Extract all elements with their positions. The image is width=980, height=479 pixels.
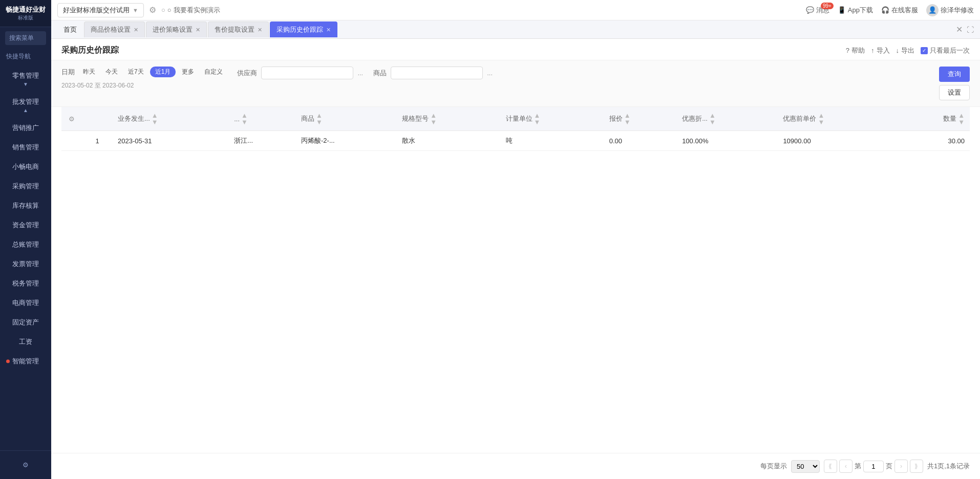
settings-button[interactable]: 设置 [939,85,970,100]
tabbar-close-button[interactable]: ✕ [956,25,963,34]
sidebar-item-retail[interactable]: 零售管理 ▼ [0,66,51,92]
sidebar-item-sales-label: 销售管理 [12,143,39,152]
sidebar-item-fixed-assets[interactable]: 固定资产 [0,313,51,332]
tab-purchase-strategy[interactable]: 进价策略设置 ✕ [146,21,207,37]
sidebar-item-sales[interactable]: 销售管理 [0,138,51,157]
th-unit[interactable]: 计量单位 ▲▼ [501,107,604,131]
th-quantity[interactable]: 数量 ▲▼ [897,107,970,131]
prev-page-btn[interactable]: ‹ [839,460,853,473]
supplier-input[interactable] [261,67,353,79]
filter-last1month-btn[interactable]: 近1月 [150,67,176,77]
th-date-sort[interactable]: 业务发生... ▲▼ [118,112,224,125]
username: 徐泽华修改 [941,6,974,15]
sort-icon: ▲▼ [152,112,158,125]
sidebar-bottom: ⚙ [0,450,51,479]
pagination: 每页显示 50 100 200 ⟪ ‹ 第 页 › ⟫ 共1页,1条记录 [51,453,980,479]
filter-custom-btn[interactable]: 自定义 [200,67,227,77]
online-service-label: 在线客服 [891,6,918,15]
sidebar-item-finance[interactable]: 资金管理 [0,215,51,235]
th-product[interactable]: 商品 ▲▼ [296,107,397,131]
messages-button[interactable]: 💬 消息 99+ [806,6,829,15]
cell-index: 1 [82,131,113,151]
user-profile[interactable]: 👤 徐泽华修改 [926,4,974,16]
app-download-button[interactable]: 📱 App下载 [838,6,873,15]
th-index [82,107,113,131]
first-page-btn[interactable]: ⟪ [824,460,837,473]
column-settings-icon[interactable]: ⚙ [69,115,75,123]
search-menu-button[interactable]: 搜索菜单 [5,31,46,45]
th-more1-sort[interactable]: ... ▲▼ [234,112,291,125]
filter-supplier-label: 供应商 [237,69,257,78]
sidebar-item-payroll[interactable]: 工资 [0,332,51,352]
import-label: 导入 [877,46,890,55]
th-discount[interactable]: 优惠折... ▲▼ [677,107,778,131]
th-date[interactable]: 业务发生... ▲▼ [113,107,229,131]
export-button[interactable]: ↓ 导出 [896,46,915,55]
sidebar-item-general-ledger-label: 总账管理 [12,240,39,249]
sidebar-settings-button[interactable]: ⚙ [0,456,51,474]
cell-quantity: 30.00 [897,131,970,151]
th-product-sort[interactable]: 商品 ▲▼ [301,112,392,125]
sidebar-item-ecommerce-small[interactable]: 小畅电商 [0,157,51,177]
filter-last7days-btn[interactable]: 近7天 [124,67,148,77]
help-button[interactable]: ? 帮助 [846,46,865,55]
th-pre-discount-price[interactable]: 优惠前单价 ▲▼ [778,107,897,131]
last-page-btn[interactable]: ⟫ [910,460,923,473]
product-more-btn[interactable]: ... [487,69,493,77]
th-quote-sort[interactable]: 报价 ▲▼ [609,112,672,125]
tab-purchase-history-close[interactable]: ✕ [326,27,331,33]
import-button[interactable]: ↑ 导入 [871,46,890,55]
sidebar-item-purchase[interactable]: 采购管理 [0,177,51,196]
sidebar-item-general-ledger[interactable]: 总账管理 [0,235,51,254]
tabbar-expand-button[interactable]: ⛶ [967,26,974,34]
tab-home[interactable]: 首页 [57,22,83,37]
sidebar-item-wholesale[interactable]: 批发管理 ▲ [0,92,51,118]
tab-price-settings-close[interactable]: ✕ [134,27,138,33]
online-service-button[interactable]: 🎧 在线客服 [881,6,918,15]
sidebar-item-inventory[interactable]: 库存核算 [0,196,51,215]
page-size-select[interactable]: 50 100 200 [791,460,820,473]
tab-purchase-history[interactable]: 采购历史价跟踪 ✕ [270,21,337,37]
th-spec-sort[interactable]: 规格型号 ▲▼ [402,112,495,125]
sidebar-item-ecommerce[interactable]: 电商管理 [0,293,51,313]
sidebar-search[interactable]: 搜索菜单 [0,27,51,49]
table-body: 1 2023-05-31 浙江... 丙烯酸-2-... 散水 吨 0.00 1… [61,131,970,151]
th-more1[interactable]: ... ▲▼ [229,107,296,131]
supplier-more-btn[interactable]: ... [357,69,363,77]
per-page-label: 每页显示 [760,462,787,471]
tab-purchase-strategy-close[interactable]: ✕ [196,27,200,33]
only-last-checkbox-label[interactable]: ✓ 只看最后一次 [921,46,970,55]
product-input[interactable] [391,67,483,79]
page-total: 共1页,1条记录 [927,462,970,471]
tab-sale-extract[interactable]: 售价提取设置 ✕ [208,21,269,37]
th-quote[interactable]: 报价 ▲▼ [604,107,677,131]
version-selector[interactable]: 好业财标准版交付试用 ▼ [57,3,144,17]
sidebar-item-marketing[interactable]: 营销推广 [0,118,51,138]
topbar-settings-icon[interactable]: ⚙ [149,5,156,15]
tab-price-settings[interactable]: 商品价格设置 ✕ [84,21,145,37]
filter-today-btn[interactable]: 今天 [101,67,122,77]
tab-sale-extract-close[interactable]: ✕ [258,27,262,33]
page-input[interactable] [863,461,884,472]
filter-more-btn[interactable]: 更多 [178,67,198,77]
th-discount-sort[interactable]: 优惠折... ▲▼ [682,112,773,125]
sidebar-item-inventory-label: 库存核算 [12,201,39,210]
sidebar-item-smart[interactable]: 智能管理 [0,352,51,371]
th-spec[interactable]: 规格型号 ▲▼ [397,107,500,131]
th-settings[interactable]: ⚙ [61,107,82,131]
sidebar-item-invoice[interactable]: 发票管理 [0,254,51,274]
th-pre-discount-price-sort[interactable]: 优惠前单价 ▲▼ [783,112,891,125]
cell-settings [61,131,82,151]
th-quantity-sort[interactable]: 数量 ▲▼ [902,112,965,125]
th-unit-sort[interactable]: 计量单位 ▲▼ [506,112,599,125]
th-quantity-label: 数量 [943,114,956,123]
page: 采购历史价跟踪 ? 帮助 ↑ 导入 ↓ 导出 ✓ 只看最后一次 [51,39,980,479]
sidebar: 畅捷通好业财 标准版 搜索菜单 快捷导航 零售管理 ▼ 批发管理 ▲ 营销推广 … [0,0,51,479]
demo-button[interactable]: ○ 我要看实例演示 [161,6,220,15]
version-selector-text: 好业财标准版交付试用 [63,6,130,15]
query-button[interactable]: 查询 [939,67,970,82]
next-page-btn[interactable]: › [894,460,908,473]
filter-bar: 日期 昨天 今天 近7天 近1月 更多 自定义 2023-05-02 至 202… [51,60,980,107]
sidebar-item-tax[interactable]: 税务管理 [0,274,51,293]
filter-yesterday-btn[interactable]: 昨天 [79,67,99,77]
